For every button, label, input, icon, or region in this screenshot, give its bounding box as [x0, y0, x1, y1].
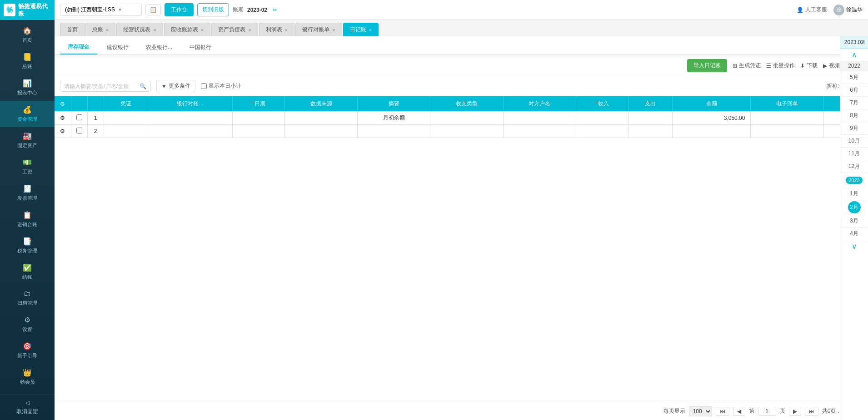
th-expense: 支出 — [628, 96, 672, 111]
td-counterpart — [503, 111, 576, 125]
row-checkbox-1[interactable] — [76, 128, 82, 133]
download-button[interactable]: ⬇ 下载 — [800, 62, 818, 69]
sidebar-item-进销台账[interactable]: 📋进销台账 — [0, 206, 55, 232]
sidebar-icon-设置: ⚙ — [24, 316, 30, 324]
month-item-4月[interactable]: 4月 — [840, 227, 868, 240]
sidebar-item-设置[interactable]: ⚙设置 — [0, 311, 55, 337]
search-input[interactable] — [64, 83, 137, 89]
sidebar-unpin[interactable]: ◁ 取消固定 — [0, 395, 55, 420]
sidebar-item-工资[interactable]: 💵工资 — [0, 153, 55, 180]
row-checkbox-0[interactable] — [76, 114, 82, 120]
page-input[interactable] — [758, 407, 776, 416]
tab-日记账[interactable]: 日记账× — [343, 23, 379, 36]
bank-tab-农业银行...[interactable]: 农业银行... — [138, 40, 180, 54]
tab-close-利润表[interactable]: × — [285, 27, 288, 33]
year-2023-badge-wrap: 2023 — [840, 173, 868, 188]
month-item-11月[interactable]: 11月 — [840, 148, 868, 160]
company-selector[interactable]: (勿刪) 江西朝宝-LSS ▼ — [60, 4, 142, 16]
support-link[interactable]: 👤 人工客服 — [797, 6, 827, 14]
tab-close-日记账[interactable]: × — [369, 27, 372, 33]
table-body: ⚙1月初余额3,050.00⚙2 — [55, 111, 868, 138]
td-settings: ⚙ — [55, 125, 71, 138]
prev-page-button[interactable]: ◀ — [733, 407, 745, 416]
sidebar-item-结账[interactable]: ✅结账 — [0, 259, 55, 285]
tab-首页[interactable]: 首页 — [60, 23, 85, 36]
bank-tab-中国银行[interactable]: 中国银行 — [182, 40, 219, 54]
sidebar-item-归档管理[interactable]: 🗂归档管理 — [0, 285, 55, 311]
user-menu[interactable]: 徐 徐温华 — [833, 5, 863, 15]
td-voucher — [104, 125, 148, 138]
date-nav-up[interactable]: ∧ — [840, 49, 868, 61]
sidebar-item-发票管理[interactable]: 🧾发票管理 — [0, 180, 55, 206]
td-pay_type — [430, 125, 503, 138]
last-page-button[interactable]: ⏭ — [805, 407, 818, 416]
tab-label-日记账: 日记账 — [350, 26, 366, 34]
sidebar-item-资金管理[interactable]: 💰资金管理 — [0, 101, 55, 127]
tab-银行对账单[interactable]: 银行对账单× — [295, 23, 342, 36]
month-item-12月[interactable]: 12月 — [840, 160, 868, 173]
next-page-button[interactable]: ▶ — [789, 407, 801, 416]
tab-close-应收账款表[interactable]: × — [201, 27, 204, 33]
sidebar-label-总账: 总账 — [22, 63, 32, 70]
sidebar-item-税务管理[interactable]: 📑税务管理 — [0, 232, 55, 259]
sidebar-icon-畅会员: 👑 — [23, 368, 32, 377]
month-item-6月[interactable]: 6月 — [840, 84, 868, 97]
workbench-button[interactable]: 工作台 — [165, 3, 194, 16]
batch-op-icon: ☰ — [766, 63, 771, 69]
td-expense — [628, 111, 672, 125]
month-item-10月[interactable]: 10月 — [840, 135, 868, 148]
first-page-button[interactable]: ⏮ — [716, 407, 729, 416]
search-wrap[interactable]: 🔍 — [60, 81, 151, 92]
date-panel-header[interactable]: 2023.02 ✕ — [840, 36, 868, 49]
tab-close-资产负债表[interactable]: × — [248, 27, 251, 33]
tab-经营状况表[interactable]: 经营状况表× — [116, 23, 163, 36]
tab-close-总账[interactable]: × — [106, 27, 109, 33]
period-edit-icon[interactable]: ✏ — [273, 7, 277, 13]
page-size-select[interactable]: 102050100 — [689, 406, 712, 416]
month-item-3月[interactable]: 3月 — [840, 215, 868, 227]
logo-text: 畅捷通易代账 — [18, 3, 51, 17]
tab-close-银行对账单[interactable]: × — [332, 27, 335, 33]
copy-button[interactable]: 📋 — [145, 4, 161, 15]
sidebar-item-固定资产[interactable]: 🏭固定资产 — [0, 127, 55, 153]
batch-op-button[interactable]: ☰ 批量操作 — [766, 62, 795, 69]
bank-tab-库存现金[interactable]: 库存现金 — [60, 40, 97, 54]
bank-tab-建设银行[interactable]: 建设银行 — [99, 40, 136, 54]
month-item-8月[interactable]: 8月 — [840, 109, 868, 122]
th-bank: 银行对账... — [148, 96, 233, 111]
tab-应收账款表[interactable]: 应收账款表× — [164, 23, 210, 36]
generate-voucher-button[interactable]: ⊞ 生成凭证 — [733, 62, 761, 69]
month-item-7月[interactable]: 7月 — [840, 97, 868, 109]
main-area: (勿刪) 江西朝宝-LSS ▼ 📋 工作台 切到旧版 账期 2023-02 ✏ … — [55, 0, 868, 420]
more-conditions-button[interactable]: ▼ 更多条件 — [156, 80, 195, 92]
tab-利润表[interactable]: 利润表× — [259, 23, 294, 36]
td-income — [576, 111, 628, 125]
td-summary: 月初余额 — [358, 111, 430, 125]
date-nav-down[interactable]: ∨ — [840, 240, 868, 252]
tab-close-经营状况表[interactable]: × — [153, 27, 156, 33]
video-icon: ▶ — [823, 63, 827, 69]
show-daily-subtotal-checkbox[interactable]: 显示本日小计 — [201, 82, 241, 90]
month-item-5月[interactable]: 5月 — [840, 71, 868, 84]
video-button[interactable]: ▶ 视频 — [823, 62, 840, 69]
sidebar-item-报表中心[interactable]: 📊报表中心 — [0, 74, 55, 101]
sidebar-item-首页[interactable]: 🏠首页 — [0, 22, 55, 48]
sidebar-item-畅会员[interactable]: 👑畅会员 — [0, 364, 55, 390]
sidebar-label-畅会员: 畅会员 — [20, 379, 35, 385]
month-item-9月[interactable]: 9月 — [840, 122, 868, 135]
month-item-1月[interactable]: 1月 — [840, 188, 868, 200]
tab-资产负债表[interactable]: 资产负债表× — [211, 23, 258, 36]
sidebar-icon-固定资产: 🏭 — [23, 132, 32, 140]
tab-总账[interactable]: 总账× — [85, 23, 115, 36]
sidebar-item-新手引导[interactable]: 🎯新手引导 — [0, 337, 55, 364]
daily-subtotal-check[interactable] — [201, 83, 207, 89]
sidebar-item-总账[interactable]: 📒总账 — [0, 48, 55, 74]
th-electronic: 电子回单 — [751, 96, 823, 111]
th-income: 收入 — [576, 96, 628, 111]
pagination: 每页显示 102050100 ⏮ ◀ 第 页 ▶ ⏭ 共0页，0条记录 — [55, 402, 868, 420]
search-icon: 🔍 — [140, 83, 146, 89]
date-panel-close-icon[interactable]: ✕ — [861, 39, 866, 45]
old-version-button[interactable]: 切到旧版 — [197, 3, 229, 16]
month-item-2月[interactable]: 2月 — [848, 201, 861, 214]
import-journal-button[interactable]: 导入日记账 — [687, 59, 727, 72]
